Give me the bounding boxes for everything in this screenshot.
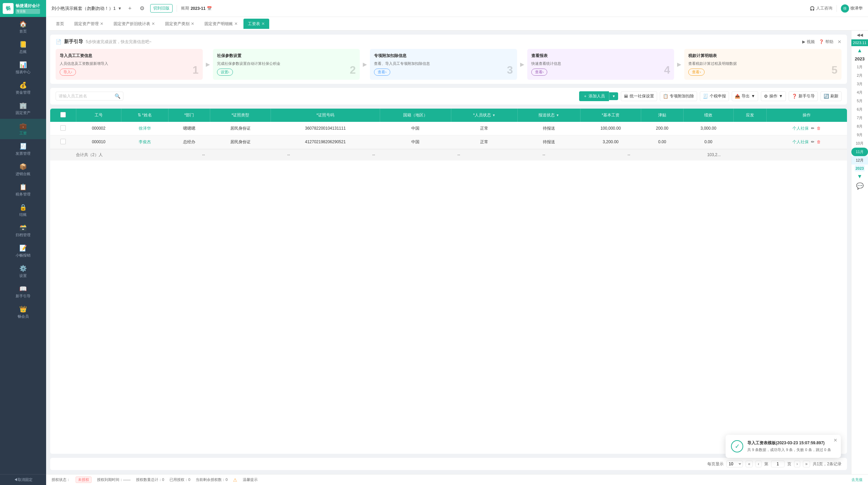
guide-btn[interactable]: ❓ 新手引导 xyxy=(789,91,818,101)
footer-total-salary: 103,2... xyxy=(671,152,756,157)
tab-home[interactable]: 首页 xyxy=(52,19,68,29)
prev-page-button[interactable]: ‹ xyxy=(755,461,762,467)
search-box[interactable]: 🔍 xyxy=(56,92,123,100)
sidebar-item-close[interactable]: 🔒 结账 xyxy=(0,200,46,221)
page-number-input[interactable] xyxy=(771,461,785,467)
tab-depreciation[interactable]: 固定资产折旧统计表 ✕ xyxy=(109,19,159,29)
last-page-button[interactable]: » xyxy=(803,461,810,467)
sidebar-item-archive[interactable]: 🗃️ 归档管理 xyxy=(0,221,46,241)
sidebar-item-invoice[interactable]: 🧾 发票管理 xyxy=(0,139,46,160)
export-button[interactable]: 📤 导出 ▼ xyxy=(732,91,758,101)
settings-gear-button[interactable]: ⚙ xyxy=(138,4,146,13)
social-insurance-link-1[interactable]: 个人社保 xyxy=(792,126,809,131)
sidebar-item-fund[interactable]: 💰 资金管理 xyxy=(0,78,46,98)
user-menu[interactable]: 徐 徐泽华 xyxy=(841,4,863,13)
sidebar-item-guide[interactable]: 📖 新手引导 xyxy=(0,282,46,302)
table-body: 000002 徐泽华 嗯嗯嗯 居民身份证 360782200104131111 … xyxy=(50,122,847,149)
calendar-month-4[interactable]: 4月 xyxy=(851,88,868,97)
toast-close-button[interactable]: ✕ xyxy=(833,437,837,443)
calendar-down-button[interactable]: ▼ xyxy=(856,172,864,181)
calendar-month-6[interactable]: 6月 xyxy=(851,105,868,114)
guide-step-4: 查看报表 快速查看统计信息 查看› 4 ▶ xyxy=(527,49,685,80)
sidebar-item-report[interactable]: 📊 报表中心 xyxy=(0,58,46,78)
consulting-button[interactable]: 🎧 人工咨询 xyxy=(810,5,832,11)
sidebar-item-member[interactable]: 👑 畅会员 xyxy=(0,302,46,322)
tab-close-depreciation[interactable]: ✕ xyxy=(152,22,155,26)
calendar-month-12[interactable]: 12月 xyxy=(851,156,868,165)
edit-icon-2[interactable]: ✏ xyxy=(811,139,814,144)
tab-close-category[interactable]: ✕ xyxy=(191,22,194,26)
cancel-fixed-button[interactable]: ◀取消固定 xyxy=(0,474,46,485)
row-checkbox-2[interactable] xyxy=(60,139,66,144)
calendar-month-5[interactable]: 5月 xyxy=(851,97,868,105)
add-employee-button[interactable]: ＋ 添加人员 xyxy=(579,91,609,101)
add-employee-dropdown[interactable]: ▼ xyxy=(609,92,618,100)
edit-icon-1[interactable]: ✏ xyxy=(811,126,814,131)
calendar-up-button[interactable]: ▲ xyxy=(856,46,864,55)
tab-close-detail[interactable]: ✕ xyxy=(234,22,238,26)
th-name[interactable]: ⇅ *姓名 xyxy=(121,109,168,122)
guide-step-btn-3[interactable]: 查看› xyxy=(374,69,390,76)
select-all-checkbox[interactable] xyxy=(60,112,66,117)
tab-fixed-asset[interactable]: 固定资产管理 ✕ xyxy=(70,19,108,29)
sidebar-item-tax[interactable]: 📋 税务管理 xyxy=(0,180,46,200)
employee-name-link-1[interactable]: 徐泽华 xyxy=(139,126,151,131)
sidebar-item-home[interactable]: 🏠 首页 xyxy=(0,17,46,37)
sidebar-item-settings[interactable]: ⚙️ 设置 xyxy=(0,261,46,282)
tab-detail[interactable]: 固定资产明细账 ✕ xyxy=(200,19,242,29)
guide-close-button[interactable]: ✕ xyxy=(837,39,842,44)
next-page-button[interactable]: › xyxy=(794,461,800,467)
tax-report-button[interactable]: 🧾 个税申报 xyxy=(700,91,729,101)
tab-close-fixed-asset[interactable]: ✕ xyxy=(100,22,103,26)
account-selector[interactable]: 刘小艳演示账套（勿删勿动！）1 ▼ xyxy=(52,5,122,12)
tab-category[interactable]: 固定资产类别 ✕ xyxy=(161,19,199,29)
calendar-collapse-button[interactable]: ◀◀ xyxy=(855,31,865,39)
row-checkbox-1[interactable] xyxy=(60,125,66,131)
guide-step-btn-5[interactable]: 查看› xyxy=(688,69,705,76)
tab-wage[interactable]: 工资表 ✕ xyxy=(243,19,269,29)
calendar-month-8[interactable]: 8月 xyxy=(851,122,868,131)
guide-help-link[interactable]: ❓ 帮助 xyxy=(819,39,833,45)
submit-filter-icon[interactable]: ▼ xyxy=(556,113,559,117)
add-account-button[interactable]: ＋ xyxy=(126,4,134,13)
calendar-month-2[interactable]: 2月 xyxy=(851,71,868,80)
sidebar-item-ledger[interactable]: 📒 总账 xyxy=(0,37,46,58)
operation-button[interactable]: ⚙ 操作 ▼ xyxy=(761,91,786,101)
sidebar-item-wage[interactable]: 💼 工资 xyxy=(0,119,46,139)
first-page-button[interactable]: « xyxy=(746,461,753,467)
search-icon[interactable]: 🔍 xyxy=(115,93,120,99)
sidebar-item-expense[interactable]: 📝 小畅报销 xyxy=(0,241,46,261)
sidebar-item-purchase-sale[interactable]: 📦 进销台账 xyxy=(0,160,46,180)
calendar-month-1[interactable]: 1月 xyxy=(851,63,868,71)
td-checkbox-2[interactable] xyxy=(50,135,76,149)
calendar-icon[interactable]: 📅 xyxy=(207,6,212,11)
delete-icon-2[interactable]: 🗑 xyxy=(817,139,821,144)
account-dropdown-arrow[interactable]: ▼ xyxy=(118,6,122,11)
social-insurance-link-2[interactable]: 个人社保 xyxy=(792,139,809,144)
tab-close-wage[interactable]: ✕ xyxy=(261,22,265,26)
calendar-month-11[interactable]: 11月 xyxy=(851,148,868,156)
page-size-select[interactable]: 10 20 50 100 xyxy=(726,461,743,467)
refresh-button[interactable]: 🔄 刷新 xyxy=(821,91,842,101)
guide-step-btn-2[interactable]: 设置› xyxy=(217,69,233,76)
guide-step-btn-1[interactable]: 导入› xyxy=(60,69,76,76)
guide-step-btn-4[interactable]: 查看› xyxy=(531,69,548,76)
delete-icon-1[interactable]: 🗑 xyxy=(817,126,821,131)
calendar-month-9[interactable]: 9月 xyxy=(851,131,868,139)
employee-name-link-2[interactable]: 李俊杰 xyxy=(139,139,151,144)
go-activate-link[interactable]: 去充值 xyxy=(851,477,863,482)
sidebar-item-fixed-asset[interactable]: 🏢 固定资产 xyxy=(0,98,46,119)
calendar-feedback-icon[interactable]: 💬 xyxy=(855,181,865,191)
calendar-month-3[interactable]: 3月 xyxy=(851,80,868,88)
guide-video-link[interactable]: ▶ 视频 xyxy=(802,39,815,45)
td-checkbox-1[interactable] xyxy=(50,122,76,135)
td-emp-id-2: 000010 xyxy=(76,135,121,149)
status-filter-icon[interactable]: ▼ xyxy=(492,113,495,117)
calendar-month-7[interactable]: 7月 xyxy=(851,114,868,122)
table-footer: 合计共（2）人 -- -- -- -- -- -- 103,2... xyxy=(50,149,847,161)
search-input[interactable] xyxy=(59,94,113,98)
extra-deduct-button[interactable]: 📋 专项附加扣除 xyxy=(660,91,697,101)
social-insurance-button[interactable]: 🏛 统一社保设置 xyxy=(621,91,657,101)
calendar-month-10[interactable]: 10月 xyxy=(851,139,868,148)
switch-version-button[interactable]: 切到旧版 xyxy=(150,4,173,13)
